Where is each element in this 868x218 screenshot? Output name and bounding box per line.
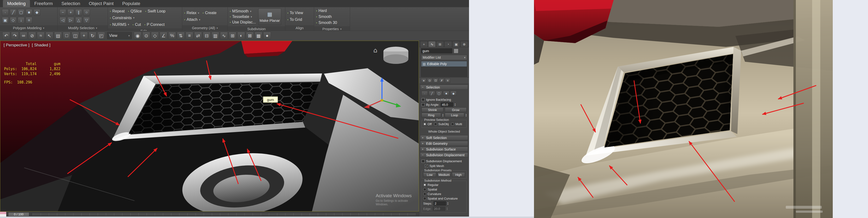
preview-multi-radio[interactable]: Multi xyxy=(451,122,462,126)
ribbon-tab-populate[interactable]: Populate xyxy=(118,0,145,7)
display-tab-icon[interactable]: ▣ xyxy=(453,41,460,47)
curve-editor-icon[interactable]: ∿ xyxy=(220,32,228,39)
hierarchy-tab-icon[interactable]: ⊞ xyxy=(436,41,444,47)
border-subobject-icon[interactable]: ▢ xyxy=(436,91,442,96)
align-to-view-button[interactable]: ▪To View xyxy=(287,11,303,15)
grow-button[interactable]: Grow xyxy=(445,107,467,112)
material-editor-icon[interactable]: ◐ xyxy=(237,32,245,39)
named-selection-sets-icon[interactable]: ≡ xyxy=(186,32,193,39)
preview-off-radio[interactable]: Off xyxy=(423,122,432,126)
relax-button[interactable]: ▪Relax▾ xyxy=(184,11,199,15)
mirror-icon[interactable]: ⇄ xyxy=(194,32,202,39)
motion-tab-icon[interactable]: ◔ xyxy=(444,41,452,47)
snaps-toggle-icon[interactable]: ◇ xyxy=(151,32,159,39)
spinner-snap-icon[interactable]: ⇅ xyxy=(177,32,185,39)
ribbon-tab-selection[interactable]: Selection xyxy=(57,0,84,7)
vertex-subobject-icon[interactable]: ∙ xyxy=(2,9,9,16)
vertex-subobject-icon[interactable]: ∙ xyxy=(422,91,428,96)
select-rotate-icon[interactable]: ↻ xyxy=(89,32,96,39)
preset-low-button[interactable]: Low xyxy=(423,172,436,177)
make-planar-button[interactable]: ▦ Make Planar xyxy=(258,8,281,25)
constraints-dropdown[interactable]: ▪Constraints▾ xyxy=(110,16,134,20)
rectangular-selection-icon[interactable]: □ xyxy=(63,32,70,39)
rollout-subdivision-surface-header[interactable]: + Subdivision Surface xyxy=(420,147,468,152)
element-subobject-icon[interactable]: ◆ xyxy=(450,91,457,96)
method-regular-radio[interactable]: Regular xyxy=(423,183,465,187)
render-icon[interactable]: ● xyxy=(263,32,271,39)
repeat-button[interactable]: ▪Repeat xyxy=(110,9,125,13)
by-angle-spinner[interactable]: ▴▾ xyxy=(455,103,456,106)
loop-selection-icon[interactable]: ○ xyxy=(83,9,90,16)
preview-subobj-radio[interactable]: SubObj xyxy=(434,122,448,126)
create-button[interactable]: ▪Create xyxy=(203,11,217,15)
time-slider-handle[interactable]: 0 / 100 xyxy=(8,212,29,216)
subdivision-displacement-checkbox[interactable]: Subdivision Displacement xyxy=(422,159,467,164)
method-curvature-radio[interactable]: Curvature xyxy=(423,192,465,196)
ring-shrink-icon[interactable]: ◁ xyxy=(59,17,66,24)
shrink-selection-icon[interactable]: − xyxy=(59,9,66,16)
loop-button[interactable]: Loop xyxy=(445,113,464,117)
polygon-subobject-icon[interactable]: ■ xyxy=(26,9,32,16)
polygon-modeling-group-label[interactable]: Polygon Modeling▾ xyxy=(0,25,57,31)
viewcube[interactable] xyxy=(383,47,408,64)
rollout-subdivision-displacement-header[interactable]: − Subdivision Displacement xyxy=(420,152,468,157)
preset-high-button[interactable]: High xyxy=(452,172,465,177)
by-angle-value[interactable]: 45.0 xyxy=(441,102,453,107)
smooth-smoothing-button[interactable]: ▪Smooth xyxy=(316,14,332,19)
rollout-soft-selection-header[interactable]: + Soft Selection xyxy=(420,135,468,140)
modifier-list-dropdown[interactable]: Modifier List ▾ xyxy=(421,55,467,60)
ring-selection-icon[interactable]: ∥ xyxy=(75,9,82,16)
modify-selection-group-label[interactable]: Modify Selection▾ xyxy=(58,25,108,31)
window-crossing-icon[interactable]: ◫ xyxy=(71,32,79,39)
use-displacement-button[interactable]: ▪Use Displac... xyxy=(230,20,256,25)
unlink-icon[interactable]: ⊘ xyxy=(28,32,36,39)
select-manipulate-icon[interactable]: ⊙ xyxy=(143,32,150,39)
object-color-swatch[interactable] xyxy=(454,48,459,53)
redo-icon[interactable]: ↷ xyxy=(11,32,19,39)
modifier-stack[interactable]: ▤ Editable Poly xyxy=(421,61,467,77)
ring-button[interactable]: Ring xyxy=(422,113,441,117)
border-subobject-icon[interactable]: ▢ xyxy=(18,9,25,16)
remove-modifier-icon[interactable]: ✗ xyxy=(439,78,444,83)
viewport-shading-label[interactable]: [ Shaded ] xyxy=(32,43,51,48)
use-pivot-center-icon[interactable]: ◉ xyxy=(134,32,142,39)
tessellate-button[interactable]: ▪Tessellate▾ xyxy=(230,14,252,19)
select-move-icon[interactable]: + xyxy=(80,32,88,39)
attach-button[interactable]: ▪Attach▾ xyxy=(184,17,200,22)
edge-value[interactable]: 20.0 xyxy=(433,207,445,211)
rendered-frame-window-icon[interactable]: ▦ xyxy=(255,32,262,39)
ignore-backfacing-checkbox[interactable]: Ignore Backfacing xyxy=(422,97,467,102)
msmooth-button[interactable]: ▪MSmooth▾ xyxy=(230,9,251,13)
select-scale-icon[interactable]: ◰ xyxy=(97,32,105,39)
grow-selection-icon[interactable]: + xyxy=(67,9,74,16)
undo-icon[interactable]: ↶ xyxy=(2,32,10,39)
time-slider-track[interactable] xyxy=(32,213,416,216)
cut-button[interactable]: ▪Cut xyxy=(132,23,141,27)
make-unique-icon[interactable]: ⊡ xyxy=(433,78,438,83)
smooth-30-button[interactable]: ▪Smooth 30 xyxy=(316,21,337,25)
select-by-name-icon[interactable]: ▤ xyxy=(54,32,62,39)
angle-snap-icon[interactable]: ∠ xyxy=(160,32,167,39)
split-mesh-checkbox[interactable]: ✓ Split Mesh xyxy=(425,164,467,168)
loop-spinner[interactable]: ▴▾ xyxy=(466,113,467,117)
show-cage-icon[interactable]: ◇ xyxy=(10,17,17,24)
ring-grow-icon[interactable]: ▷ xyxy=(67,17,74,24)
polygon-subobject-icon[interactable]: ■ xyxy=(443,91,450,96)
reference-coordinate-dropdown[interactable]: View▾ xyxy=(107,32,132,39)
bind-spacewarp-icon[interactable]: ≈ xyxy=(37,32,44,39)
select-object-icon[interactable]: ↖ xyxy=(45,32,53,39)
percent-snap-icon[interactable]: % xyxy=(168,32,176,39)
align-icon[interactable]: ⊟ xyxy=(203,32,211,39)
layer-manager-icon[interactable]: ▥ xyxy=(212,32,219,39)
viewport-pov-label[interactable]: [ Perspective ] xyxy=(4,43,30,48)
ring-spinner[interactable]: ▴▾ xyxy=(442,113,443,117)
pin-stack-icon[interactable]: ∗ xyxy=(421,78,426,83)
p-connect-button[interactable]: ▪P Connect xyxy=(144,23,165,27)
nurms-button[interactable]: ▪NURMS▾ xyxy=(110,23,129,27)
steps-spinner[interactable]: ▴▾ xyxy=(447,202,448,205)
by-angle-checkbox[interactable]: By Angle: xyxy=(422,102,439,107)
steps-value[interactable]: 2 xyxy=(434,201,446,206)
modeling-options-icon[interactable]: ≡ xyxy=(26,17,32,24)
loop-grow-icon[interactable]: ▽ xyxy=(83,17,90,24)
loop-shrink-icon[interactable]: △ xyxy=(75,17,82,24)
